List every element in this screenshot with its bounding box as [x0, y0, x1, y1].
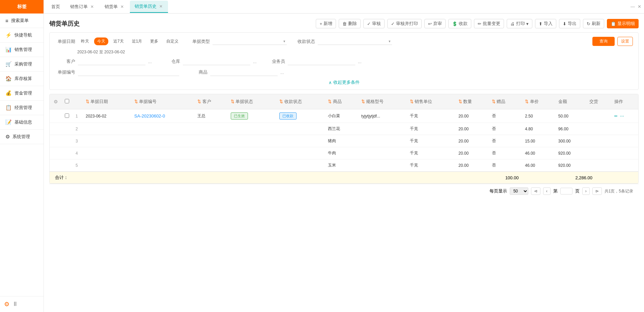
sidebar-item-quick-nav[interactable]: ⚡ 快捷导航	[0, 28, 44, 43]
collect-status-select[interactable]: ▾	[318, 38, 392, 45]
collect-button[interactable]: 💲 收款	[448, 19, 471, 28]
sidebar-item-ops-mgmt[interactable]: 📋 经营管理	[0, 101, 44, 115]
import-button[interactable]: ⬆ 导入	[535, 19, 556, 28]
print-dropdown-icon: ▾	[526, 21, 529, 26]
tab-sales-history[interactable]: 销货单历史 ✕	[130, 1, 168, 13]
minimize-icon[interactable]: —	[631, 4, 635, 9]
edit-action-btn[interactable]: ✏	[614, 114, 618, 119]
date-btn-1month[interactable]: 近1月	[129, 37, 145, 45]
sort-icon[interactable]: ⇅	[231, 99, 234, 104]
sort-icon[interactable]: ⇅	[134, 99, 138, 104]
warehouse-input[interactable]	[183, 58, 250, 65]
row-customer	[195, 159, 228, 172]
settings-filter-button[interactable]: 设置	[617, 37, 633, 46]
sort-icon[interactable]: ⇅	[361, 99, 365, 104]
batch-change-button[interactable]: ✏ 批量变更	[474, 19, 504, 28]
sort-icon[interactable]: ⇅	[279, 99, 283, 104]
audit-button[interactable]: ✓ 审核	[363, 19, 385, 28]
sort-icon[interactable]: ⇅	[410, 99, 414, 104]
close-icon[interactable]: ✕	[638, 4, 641, 9]
row-quantity: 20.00	[456, 123, 489, 135]
tab-sales-history-close[interactable]: ✕	[159, 4, 163, 9]
staff-input[interactable]	[288, 58, 355, 65]
collapse-button[interactable]: ∧ 收起更多条件	[55, 79, 633, 85]
sidebar-item-sys-mgmt[interactable]: ⚙ 系统管理	[0, 130, 44, 144]
show-detail-icon: 📋	[611, 21, 616, 26]
page-input[interactable]: 1	[560, 188, 572, 194]
batch-change-icon: ✏	[478, 21, 481, 26]
sort-icon[interactable]: ⇅	[197, 99, 201, 104]
prev-page-button[interactable]: ‹	[543, 187, 551, 195]
tab-sales-order-close[interactable]: ✕	[90, 4, 94, 9]
sidebar-item-sales-mgmt[interactable]: 📊 销售管理	[0, 43, 44, 57]
sidebar-settings-icon[interactable]: ⚙	[4, 301, 9, 308]
sidebar-item-label: 库存核算	[15, 76, 32, 82]
date-btn-custom[interactable]: 自定义	[163, 37, 181, 45]
date-btn-7days[interactable]: 近7天	[110, 37, 127, 45]
last-page-button[interactable]: ⊳	[592, 187, 602, 195]
sort-icon[interactable]: ⇅	[328, 99, 332, 104]
customer-ellipsis[interactable]: ...	[148, 59, 152, 64]
customer-label: 客户	[55, 58, 75, 64]
export-button[interactable]: ⬇ 导出	[559, 19, 580, 28]
tab-sales-delivery[interactable]: 销货单 ✕	[100, 1, 129, 13]
query-button[interactable]: 查询	[592, 37, 615, 46]
more-action-btn[interactable]: ⋯	[620, 114, 624, 119]
audit-print-button[interactable]: ✓ 审核并打印	[387, 19, 422, 28]
staff-ellipsis[interactable]: ...	[358, 59, 362, 64]
new-button[interactable]: + 新增	[316, 19, 336, 28]
sidebar-item-label: 资金管理	[15, 90, 32, 96]
row-checkbox[interactable]	[65, 113, 69, 118]
row-unit-price: 46.00	[522, 159, 556, 172]
sidebar-item-finance-mgmt[interactable]: 💰 资金管理	[0, 86, 44, 101]
tab-sales-order[interactable]: 销售订单 ✕	[65, 1, 99, 13]
first-page-button[interactable]: ⊲	[531, 187, 540, 195]
row-amount: 96.00	[556, 123, 587, 135]
row-doc-status	[228, 159, 277, 172]
warehouse-ellipsis[interactable]: ...	[253, 59, 257, 64]
goods-input[interactable]	[210, 69, 278, 76]
date-btn-today[interactable]: 今天	[94, 37, 108, 45]
sidebar-collapse-icon[interactable]: ⏸	[12, 301, 18, 308]
next-page-button[interactable]: ›	[582, 187, 590, 195]
sidebar-item-search-menu[interactable]: ≡ 搜索菜单	[0, 14, 44, 28]
date-btn-yesterday[interactable]: 昨天	[78, 37, 92, 45]
delete-button[interactable]: 🗑 删除	[339, 19, 361, 28]
doc-no-link[interactable]: SA-20230602-0	[134, 113, 165, 119]
tab-sales-delivery-close[interactable]: ✕	[120, 4, 124, 9]
sort-icon[interactable]: ⇅	[525, 99, 529, 104]
filter-goods: 商品 ...	[187, 69, 284, 76]
show-detail-button[interactable]: 📋 显示明细	[607, 19, 639, 28]
sort-icon[interactable]: ⇅	[492, 99, 496, 104]
row-quantity: 20.00	[456, 109, 489, 123]
doc-type-select[interactable]: ▾	[213, 38, 287, 45]
transaction-col-header: 交货	[587, 94, 612, 109]
select-all-checkbox[interactable]	[65, 99, 69, 103]
row-transaction	[587, 135, 612, 147]
sort-icon[interactable]: ⇅	[458, 99, 462, 104]
goods-ellipsis[interactable]: ...	[280, 70, 284, 75]
sidebar-item-basic-info[interactable]: 📝 基础信息	[0, 115, 44, 130]
date-range-text: 2023-06-02 至 2023-06-02	[77, 50, 125, 54]
filter-row-2: 客户 ... 仓库 ... 业务员 ...	[55, 58, 633, 65]
per-page-select[interactable]: 50 100 200	[510, 187, 528, 195]
row-gift: 否	[489, 147, 523, 159]
doc-no-input[interactable]	[78, 69, 179, 76]
sidebar-item-inventory-calc[interactable]: 🏠 库存核算	[0, 72, 44, 86]
customer-input[interactable]	[78, 58, 145, 65]
refresh-button[interactable]: ↻ 刷新	[583, 19, 604, 28]
sidebar-item-purchase-mgmt[interactable]: 🛒 采购管理	[0, 57, 44, 72]
date-range-display: 2023-06-02 至 2023-06-02	[77, 49, 633, 55]
tab-home[interactable]: 首页	[47, 1, 65, 13]
settings-cell	[50, 135, 62, 147]
filter-action-btns: 查询 设置	[592, 37, 633, 46]
sort-icon[interactable]: ⇅	[86, 99, 89, 104]
ops-icon: 📋	[5, 105, 12, 111]
delete-icon: 🗑	[342, 21, 347, 26]
row-unit-price: 2.50	[522, 109, 556, 123]
print-button[interactable]: 🖨 打印 ▾	[507, 19, 532, 28]
abandon-button[interactable]: ↩ 弃审	[424, 19, 446, 28]
date-btn-more[interactable]: 更多	[147, 37, 161, 45]
table-settings-button[interactable]: ⚙	[52, 98, 59, 106]
row-goods: 玉米	[325, 159, 359, 172]
